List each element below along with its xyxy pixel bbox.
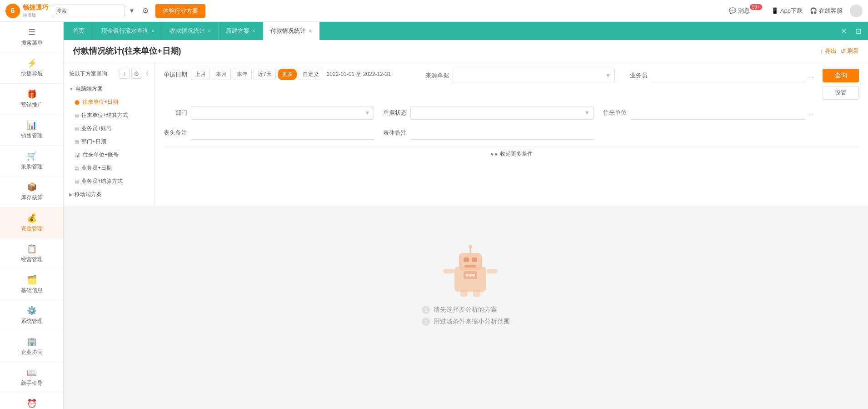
filter-settings-btn[interactable]: 设置	[823, 86, 859, 100]
online-service-action[interactable]: 🎧 在线客服	[810, 7, 843, 15]
dept-select[interactable]: ▼	[191, 106, 374, 120]
table-body-input[interactable]	[410, 126, 594, 140]
scheme-collapse-btn[interactable]: 《	[143, 70, 149, 78]
tab-new-plan[interactable]: 新建方案 ×	[219, 22, 263, 40]
app-download-action[interactable]: 📱 App下载	[771, 7, 803, 15]
tab-pay-stats[interactable]: 付款情况统计 ×	[263, 22, 319, 40]
source-bill-select[interactable]: ▼	[453, 69, 615, 82]
sidebar-item-enterprise[interactable]: 🏢 企业协同	[0, 331, 63, 362]
filter-row-3: 表头备注 表体备注	[164, 126, 859, 140]
tab-payment-stats-close[interactable]: ×	[208, 28, 211, 34]
sidebar-label-purchase: 采购管理	[21, 163, 43, 171]
svg-rect-3	[472, 258, 477, 262]
table-header-input[interactable]	[191, 126, 374, 140]
dept-field: 部门 ▼	[164, 106, 374, 120]
source-bill-label: 来源单据	[425, 71, 449, 80]
messages-action[interactable]: 💬 消息 99+	[729, 7, 764, 15]
filter-row-2: 部门 ▼ 单据状态 ▼	[164, 106, 859, 120]
tab-pay-stats-close[interactable]: ×	[309, 28, 312, 34]
sidebar-label-finance: 资金管理	[21, 225, 43, 232]
empty-tip-1: 1 请先选择要分析的方案	[422, 306, 510, 314]
scheme-add-btn[interactable]: +	[120, 69, 130, 79]
date-btn-this-year[interactable]: 本年	[233, 69, 252, 80]
export-btn[interactable]: ↑ 导出	[820, 47, 837, 55]
svg-rect-7	[443, 269, 454, 273]
bill-status-field: 单据状态 ▼	[383, 106, 594, 120]
scheme-item-partner-settle-label: 往来单位+结算方式	[81, 111, 128, 119]
collapse-more-btn[interactable]: ∧∧ 收起更多条件	[164, 146, 859, 162]
date-btn-last-month[interactable]: 上月	[191, 69, 210, 80]
scheme-group-mobile-header[interactable]: ▶ 移动端方案	[64, 188, 154, 201]
collapse-chevron-icon: ∧∧	[490, 151, 498, 157]
refresh-icon: ↺	[840, 48, 845, 55]
sidebar-item-search-menu[interactable]: ☰ 搜索菜单	[0, 22, 63, 53]
messages-label: 消息	[738, 7, 750, 15]
bill-status-select[interactable]: ▼	[410, 106, 594, 120]
scheme-item-staff-account[interactable]: ▤ 业务员+账号	[69, 122, 154, 135]
sidebar-item-system[interactable]: ⚙️ 系统管理	[0, 300, 63, 331]
partner-dots[interactable]: ...	[808, 110, 813, 116]
logo-area: 6 畅捷通巧 标准版	[5, 4, 48, 18]
tip-1-text: 请先选择要分析的方案	[434, 306, 497, 314]
header-search-input[interactable]	[52, 5, 125, 17]
header-dropdown-btn[interactable]: ▼	[126, 5, 137, 16]
tab-home[interactable]: 首页	[64, 22, 94, 40]
scheme-item-staff-settle-label: 业务员+结算方式	[81, 177, 123, 185]
tip-num-1: 1	[422, 306, 430, 314]
scheme-item-partner-account-label: 往来单位+账号	[83, 151, 119, 159]
tab-close-window-btn[interactable]: ✕	[837, 25, 850, 37]
enterprise-icon: 🏢	[27, 337, 37, 347]
scheme-item-partner-account[interactable]: 📊 往来单位+账号	[69, 148, 154, 162]
download-icon: 📱	[771, 7, 778, 14]
sidebar-item-operation[interactable]: 📋 经营管理	[0, 238, 63, 269]
app-download-label: App下载	[780, 7, 803, 15]
salesperson-dots[interactable]: ...	[808, 72, 813, 79]
scheme-group-desktop-header[interactable]: ▼ 电脑端方案	[64, 82, 154, 96]
sidebar-item-finance[interactable]: 💰 资金管理	[0, 207, 63, 238]
scheme-item-staff-settle[interactable]: ▤ 业务员+结算方式	[69, 175, 154, 188]
date-btn-7days[interactable]: 近7天	[254, 69, 276, 80]
page-header: 付款情况统计(往来单位+日期) ↑ 导出 ↺ 刷新	[64, 40, 868, 62]
sidebar-item-sales[interactable]: 📊 销售管理	[0, 115, 63, 146]
sidebar-item-guide[interactable]: 📖 新手引导	[0, 362, 63, 393]
sidebar-item-inventory[interactable]: 📦 库存核算	[0, 177, 63, 207]
user-avatar[interactable]	[850, 5, 863, 17]
tab-new-plan-close[interactable]: ×	[252, 28, 255, 34]
svg-rect-9	[460, 289, 468, 297]
sidebar-item-hardware[interactable]: ⏰ 智能硬件	[0, 393, 63, 409]
scheme-item-partner-settle[interactable]: ▤ 往来单位+结算方式	[69, 109, 154, 122]
message-icon: 💬	[729, 7, 736, 14]
tab-cash-flow-close[interactable]: ×	[151, 28, 155, 34]
trial-btn[interactable]: 体验行业方案	[155, 4, 205, 18]
tab-cash-flow[interactable]: 现金银行流水查询 ×	[94, 22, 162, 40]
sidebar-item-marketing[interactable]: 🎁 营销推广	[0, 84, 63, 115]
refresh-btn[interactable]: ↺ 刷新	[840, 47, 859, 55]
date-btn-this-month[interactable]: 本月	[212, 69, 231, 80]
scheme-desktop-items: ⬤ 往来单位+日期 ▤ 往来单位+结算方式 ▤ 业务员+账号	[64, 96, 154, 188]
scheme-settings-btn[interactable]: ⚙	[131, 69, 141, 79]
marketing-icon: 🎁	[27, 89, 37, 99]
svg-rect-10	[473, 289, 480, 297]
date-btn-more[interactable]: 更多	[278, 69, 297, 80]
salesperson-input[interactable]	[651, 69, 805, 82]
scheme-panel: 按以下方案查询 + ⚙ 《 ▼ 电脑端方案	[64, 62, 155, 206]
sidebar-item-quick-nav[interactable]: ⚡ 快捷导航	[0, 53, 63, 84]
sidebar-item-purchase[interactable]: 🛒 采购管理	[0, 146, 63, 177]
sidebar-item-basic-info[interactable]: 🗂️ 基础信息	[0, 269, 63, 300]
scheme-item-dept-date[interactable]: ▤ 部门+日期	[69, 135, 154, 148]
partner-input[interactable]	[630, 106, 805, 120]
query-area: 查询 设置	[823, 69, 859, 100]
table-body-label: 表体备注	[383, 129, 407, 137]
header-settings-btn[interactable]: ⚙	[139, 5, 152, 17]
scheme-item-partner-date[interactable]: ⬤ 往来单位+日期	[69, 96, 154, 109]
finance-icon: 💰	[27, 213, 37, 223]
query-btn[interactable]: 查询	[823, 69, 859, 82]
date-btn-custom[interactable]: 自定义	[299, 69, 323, 80]
tab-bar-actions: ✕ ⊡	[837, 25, 868, 37]
tab-payment-stats[interactable]: 收款情况统计 ×	[162, 22, 219, 40]
bill-status-arrow: ▼	[584, 110, 590, 116]
sidebar-label-quick-nav: 快捷导航	[21, 70, 43, 78]
scheme-item-chart4-icon: 📊	[75, 152, 80, 157]
scheme-item-staff-date[interactable]: ▤ 业务员+日期	[69, 162, 154, 175]
tab-maximize-btn[interactable]: ⊡	[852, 25, 864, 37]
